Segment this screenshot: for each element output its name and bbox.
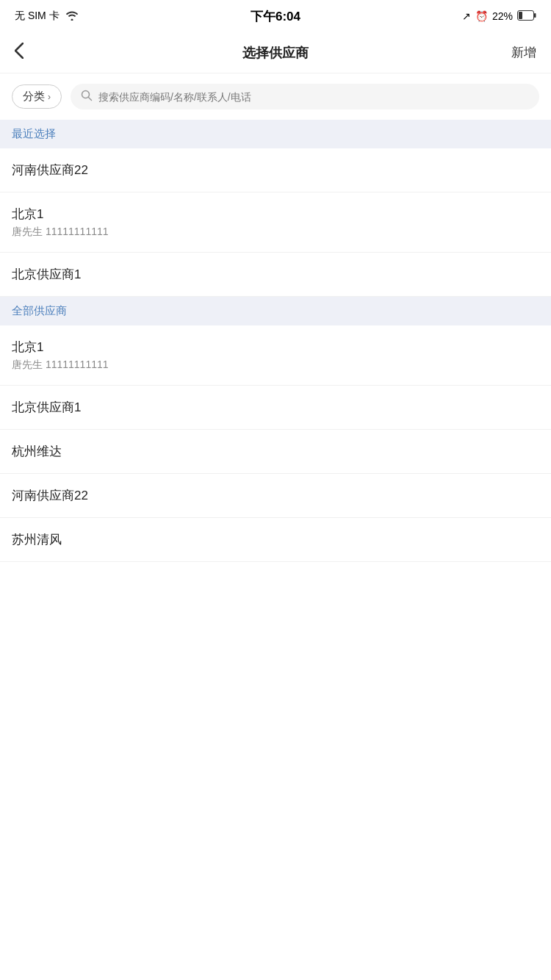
page-title: 选择供应商 xyxy=(242,44,309,62)
all-item-1-name: 北京1 xyxy=(12,339,539,356)
all-item-1-contact: 唐先生 11111111111 xyxy=(12,359,539,372)
status-time: 下午6:04 xyxy=(251,8,300,25)
recent-items-list: 河南供应商22 北京1 唐先生 11111111111 北京供应商1 xyxy=(0,148,551,297)
status-right: ↗ ⏰ 22% xyxy=(462,10,536,23)
status-bar: 无 SIM 卡 下午6:04 ↗ ⏰ 22% xyxy=(0,0,551,32)
svg-rect-1 xyxy=(519,12,522,19)
all-item-2-name: 北京供应商1 xyxy=(12,399,539,416)
all-section-label: 全部供应商 xyxy=(12,304,67,317)
all-item-5[interactable]: 苏州清风 xyxy=(0,518,551,562)
recent-item-2-contact: 唐先生 11111111111 xyxy=(12,226,539,239)
no-sim-label: 无 SIM 卡 xyxy=(15,10,60,23)
chevron-right-icon: › xyxy=(48,92,51,102)
recent-item-2-name: 北京1 xyxy=(12,206,539,223)
svg-rect-2 xyxy=(534,13,536,18)
wifi-icon xyxy=(65,10,79,23)
recent-item-3-name: 北京供应商1 xyxy=(12,266,539,283)
all-item-4-name: 河南供应商22 xyxy=(12,487,539,504)
battery-icon xyxy=(517,10,536,23)
all-item-1[interactable]: 北京1 唐先生 11111111111 xyxy=(0,325,551,386)
search-icon xyxy=(81,90,93,104)
all-item-3[interactable]: 杭州维达 xyxy=(0,430,551,474)
all-item-5-name: 苏州清风 xyxy=(12,531,539,548)
recent-section-header: 最近选择 xyxy=(0,120,551,148)
battery-label: 22% xyxy=(492,10,513,22)
location-icon: ↗ xyxy=(462,10,471,22)
search-box xyxy=(71,84,539,109)
category-filter[interactable]: 分类 › xyxy=(12,84,62,109)
status-left: 无 SIM 卡 xyxy=(15,10,79,23)
search-input[interactable] xyxy=(98,91,529,103)
alarm-icon: ⏰ xyxy=(475,10,488,22)
all-item-2[interactable]: 北京供应商1 xyxy=(0,386,551,430)
recent-item-1[interactable]: 河南供应商22 xyxy=(0,148,551,192)
all-section-header: 全部供应商 xyxy=(0,297,551,325)
recent-item-3[interactable]: 北京供应商1 xyxy=(0,253,551,297)
add-button[interactable]: 新增 xyxy=(511,44,536,61)
recent-item-2[interactable]: 北京1 唐先生 11111111111 xyxy=(0,192,551,253)
all-item-3-name: 杭州维达 xyxy=(12,443,539,460)
recent-section-label: 最近选择 xyxy=(12,127,56,140)
all-items-list: 北京1 唐先生 11111111111 北京供应商1 杭州维达 河南供应商22 … xyxy=(0,325,551,562)
nav-bar: 选择供应商 新增 xyxy=(0,32,551,73)
recent-item-1-name: 河南供应商22 xyxy=(12,162,539,179)
category-label: 分类 xyxy=(23,90,45,104)
back-button[interactable] xyxy=(9,37,29,69)
filter-bar: 分类 › xyxy=(0,73,551,120)
all-item-4[interactable]: 河南供应商22 xyxy=(0,474,551,518)
